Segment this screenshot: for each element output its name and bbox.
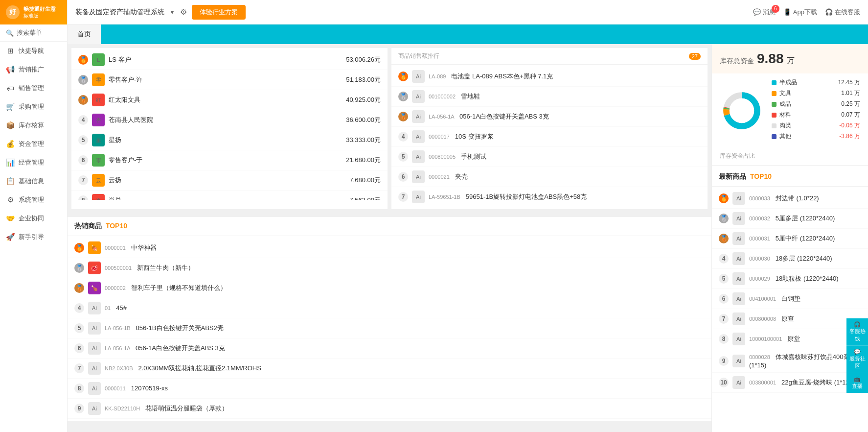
- app-download-link[interactable]: 📱 App下载: [783, 8, 817, 17]
- stock-chart-area: 半成品 12.45 万 文具 1.01 万 成品 0.25 万: [712, 73, 868, 150]
- sidebar-item-purchase[interactable]: 🛒 采购管理: [0, 97, 67, 116]
- hot-products-header: 热销商品 TOP10: [68, 217, 711, 236]
- sidebar-item-marketing[interactable]: 📢 营销推广: [0, 60, 67, 79]
- stock-legend: 半成品 12.45 万 文具 1.01 万 成品 0.25 万: [772, 78, 860, 143]
- customer-rank-item-5: 5 星 星扬 33,333.00元: [71, 130, 388, 150]
- sidebar-item-inventory[interactable]: 📦 库存核算: [0, 116, 67, 135]
- hot-rank-3: 🥉: [74, 283, 84, 293]
- new-thumb-6: Ai: [732, 292, 745, 305]
- hot-products-section: 热销商品 TOP10 🥇 🍖 0000001 中华神器 🥈 🥩 00050000…: [68, 217, 711, 421]
- messages-link[interactable]: 💬 消息 6: [753, 8, 776, 17]
- live-icon: 📺: [847, 376, 867, 383]
- trial-button[interactable]: 体验行业方案: [192, 5, 246, 20]
- rank-num-8: 8: [78, 195, 88, 200]
- prank-num-6: 6: [398, 172, 408, 182]
- product-rank-section: 商品销售额排行 27 🥇 Ai LA-089 电池盖 LA-089 ABS本色+…: [391, 48, 708, 209]
- new-rank-2: 🥈: [719, 214, 729, 223]
- sidebar-item-company[interactable]: 🤝 企业协同: [0, 209, 67, 228]
- product-rank-item-4: 4 Ai 0000017 10S 变扭罗浆: [391, 127, 708, 147]
- sidebar-item-sales[interactable]: 🏷 销售管理: [0, 79, 67, 97]
- phone-icon: 📱: [783, 8, 791, 16]
- hot-product-7: 7 Ai NB2.0X30B 2.0X30MM双搓花轴,搓花直径2.1MM/RO…: [68, 359, 711, 379]
- dropdown-arrow[interactable]: ▼: [169, 9, 175, 16]
- hot-thumb-3: 🍗: [88, 282, 101, 294]
- product-info-4: 0000017 10S 变扭罗浆: [429, 132, 701, 141]
- main-columns: 🥇 L LS 客户 53,006.26元 🥈 零 零售客户-许 51,183.0…: [68, 44, 711, 213]
- legend-item-5: 肉类 -0.05 万: [772, 121, 860, 130]
- product-rank-header: 商品销售额排行 27: [391, 48, 708, 65]
- hot-info-2: 000500001 新西兰牛肉（新牛）: [105, 264, 705, 272]
- stock-value: 9.88: [757, 51, 784, 67]
- customer-name-4: 苍南县人民医院: [109, 116, 342, 124]
- hot-thumb-5: Ai: [88, 322, 101, 335]
- product-thumb-7: Ai: [412, 191, 425, 203]
- prank-num-4: 4: [398, 132, 408, 142]
- new-rank-9: 9: [719, 356, 729, 366]
- customer-avatar-8: 肖: [92, 194, 105, 200]
- message-icon: 💬: [753, 8, 761, 16]
- hot-rank-2: 🥈: [74, 263, 84, 273]
- hot-info-5: LA-056-1B 056-1B白色按键开关壳ABS2壳: [105, 324, 705, 333]
- product-rank-list: 🥇 Ai LA-089 电池盖 LA-089 ABS本色+黑种 7.1克 🥈 A…: [391, 65, 708, 209]
- hot-info-4: 01 45#: [105, 304, 705, 312]
- logo-text: 畅捷通好生意 标准版: [23, 5, 56, 19]
- svg-point-5: [730, 98, 754, 123]
- hot-product-6: 6 Ai LA-056-1A 056-1A白色按键开关盖ABS 3克: [68, 338, 711, 359]
- newest-products-section: 最新商品 TOP10 🥇 Ai 0000033 封边带 (1.0*22) 🥈 A…: [712, 165, 868, 395]
- customer-name-5: 星扬: [109, 136, 342, 144]
- rank-num-7: 7: [78, 175, 88, 185]
- page-content: 🥇 L LS 客户 53,006.26元 🥈 零 零售客户-许 51,183.0…: [68, 44, 868, 432]
- settings-icon[interactable]: ⚙: [180, 7, 187, 17]
- legend-dot-3: [772, 102, 777, 107]
- legend-item-4: 材料 0.07 万: [772, 111, 860, 119]
- legend-dot-1: [772, 80, 777, 85]
- new-info-7: 000800008 原查: [749, 314, 861, 323]
- new-product-4: 4 Ai 0000030 18多层 (1220*2440): [712, 249, 868, 269]
- new-product-1: 🥇 Ai 0000033 封边带 (1.0*22): [712, 189, 868, 209]
- new-thumb-1: Ai: [732, 192, 745, 205]
- legend-dot-5: [772, 123, 777, 128]
- logo-icon: 好: [6, 5, 20, 19]
- hot-info-9: KK-SD22110H 花语萌恒温分腿睡袋（厚款）: [105, 404, 705, 413]
- system-icon: ⚙: [6, 195, 15, 204]
- float-btn-live[interactable]: 📺 直播: [846, 373, 868, 393]
- float-btn-community[interactable]: 💬 服务社区: [846, 346, 868, 373]
- product-rank-item-3: 🥉 Ai LA-056-1A 056-1A白色按键开关盖ABS 3克: [391, 107, 708, 127]
- product-info-7: LA-59651-1B 59651-1B旋转投影灯电池盒ABS黑色+58克: [429, 192, 701, 201]
- new-info-3: 0000031 5厘中纤 (1220*2440): [749, 234, 861, 243]
- sidebar-item-operations[interactable]: 📊 经营管理: [0, 153, 67, 172]
- new-product-10: 10 Ai 003800001 22g鱼豆腐-烧烤味 (1*12*20): [712, 373, 868, 393]
- sidebar-item-system[interactable]: ⚙ 系统管理: [0, 191, 67, 209]
- sales-icon: 🏷: [6, 84, 15, 93]
- sidebar-item-finance[interactable]: 💰 资金管理: [0, 135, 67, 153]
- product-info-5: 000800005 手机测试: [429, 152, 701, 161]
- sidebar-item-basics[interactable]: 📋 基础信息: [0, 172, 67, 191]
- online-service-link[interactable]: 🎧 在线客服: [825, 8, 860, 17]
- community-icon: 💬: [847, 349, 867, 355]
- search-menu[interactable]: 🔍 搜索菜单: [0, 24, 67, 42]
- new-thumb-10: Ai: [732, 376, 745, 389]
- rank-num-4: 4: [78, 115, 88, 125]
- float-btn-service[interactable]: 🎧 客服热线: [846, 318, 868, 346]
- customer-rank-item-6: 6 零 零售客户-于 21,680.00元: [71, 150, 388, 170]
- hot-rank-6: 6: [74, 343, 84, 353]
- customer-avatar-6: 零: [92, 154, 105, 167]
- hot-thumb-2: 🥩: [88, 262, 101, 274]
- rank-num-6: 6: [78, 155, 88, 165]
- new-thumb-5: Ai: [732, 272, 745, 285]
- legend-item-1: 半成品 12.45 万: [772, 78, 860, 87]
- hot-product-1: 🥇 🍖 0000001 中华神器: [68, 238, 711, 258]
- sidebar-item-guide[interactable]: 🚀 新手引导: [0, 228, 67, 246]
- sidebar-item-quick-nav[interactable]: ⊞ 快捷导航: [0, 42, 67, 60]
- guide-icon: 🚀: [6, 233, 15, 241]
- stock-unit: 万: [787, 56, 795, 66]
- right-panel: 库存总资金 9.88 万: [711, 44, 868, 432]
- new-info-8: 10000100001 原堂: [749, 335, 861, 343]
- rank-num-2: 🥈: [78, 75, 88, 85]
- service-icon: 🎧: [847, 321, 867, 328]
- content-main: 🥇 L LS 客户 53,006.26元 🥈 零 零售客户-许 51,183.0…: [68, 44, 711, 432]
- tab-home[interactable]: 首页: [68, 24, 101, 44]
- hot-product-8: 8 Ai 0000011 12070519-xs: [68, 379, 711, 399]
- hot-products-list: 🥇 🍖 0000001 中华神器 🥈 🥩 000500001 新西兰牛肉（新牛）…: [68, 236, 711, 421]
- hot-product-5: 5 Ai LA-056-1B 056-1B白色按键开关壳ABS2壳: [68, 318, 711, 338]
